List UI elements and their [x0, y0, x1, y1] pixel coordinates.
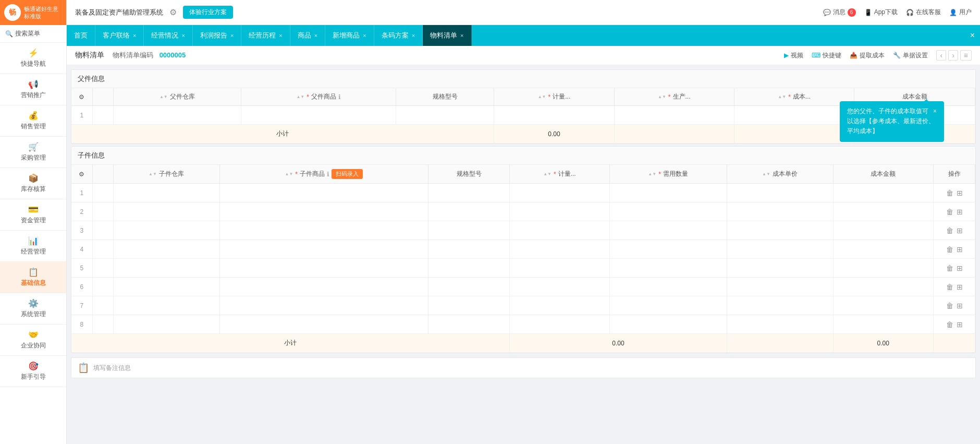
parent-col-warehouse: ▲▼ 父件仓库 [113, 88, 241, 106]
tab-new-goods[interactable]: 新增商品 × [325, 25, 374, 46]
shortcut-action[interactable]: ⌨ 快捷键 [812, 51, 841, 60]
tab-goods[interactable]: 商品 × [290, 25, 325, 46]
scan-button[interactable]: 扫码录入 [332, 169, 363, 179]
delete-icon-2[interactable]: 🗑 [946, 208, 953, 216]
delete-icon-5[interactable]: 🗑 [946, 264, 953, 272]
tab-customer[interactable]: 客户联络 × [95, 25, 144, 46]
tab-bom[interactable]: 物料清单 × [423, 25, 471, 46]
tab-close-ops-history[interactable]: × [279, 32, 282, 39]
tab-close-barcode[interactable]: × [412, 32, 415, 39]
child-row-2-product[interactable] [219, 202, 428, 221]
child-row-1-unit[interactable] [510, 184, 609, 202]
copy-icon-2[interactable]: ⊞ [957, 208, 963, 216]
child-row-1-spec[interactable] [428, 184, 510, 202]
tooltip-close-btn[interactable]: × [933, 106, 937, 116]
tab-barcode[interactable]: 条码方案 × [374, 25, 423, 46]
delete-icon-8[interactable]: 🗑 [946, 320, 953, 329]
child-row-1-cost-price[interactable] [727, 184, 833, 202]
copy-icon-8[interactable]: ⊞ [957, 320, 963, 329]
copy-icon-1[interactable]: ⊞ [957, 189, 963, 197]
parent-col-gear[interactable]: ⚙ [71, 88, 92, 106]
tab-close-profit[interactable]: × [230, 32, 234, 39]
sidebar-item-marketing[interactable]: 📢 营销推广 [0, 74, 66, 105]
parent-row-1-sort [92, 106, 113, 125]
tab-close-customer[interactable]: × [133, 32, 136, 39]
child-row-2-warehouse[interactable] [113, 202, 219, 221]
child-subtotal-amount: 0.00 [833, 334, 933, 353]
child-row-1-quantity[interactable] [609, 184, 727, 202]
sidebar-item-cooperation[interactable]: 🤝 企业协同 [0, 325, 66, 356]
sidebar-item-sales[interactable]: 💰 销售管理 [0, 105, 66, 137]
tab-close-goods[interactable]: × [314, 32, 317, 39]
user-menu[interactable]: 👤 用户 [949, 8, 972, 17]
tab-close-bom[interactable]: × [460, 32, 463, 39]
prev-arrow[interactable]: ‹ [936, 50, 946, 61]
footer-notes[interactable]: 📋 填写备注信息 [71, 357, 976, 378]
sidebar-item-system[interactable]: ⚙️ 系统管理 [0, 293, 66, 325]
message-button[interactable]: 💬 消息 6 [823, 8, 856, 17]
child-row-1-product[interactable] [219, 184, 428, 202]
parent-row-1-cost[interactable] [734, 106, 854, 125]
copy-icon-7[interactable]: ⊞ [957, 302, 963, 310]
online-support-button[interactable]: 🎧 在线客服 [906, 8, 941, 17]
child-row-2-spec[interactable] [428, 202, 510, 221]
search-menu[interactable]: 🔍 搜索菜单 [0, 25, 66, 43]
parent-col-sort [92, 88, 113, 106]
sidebar-item-inventory[interactable]: 📦 库存核算 [0, 168, 66, 199]
view-action[interactable]: ▶ 视频 [784, 51, 803, 60]
search-icon: 🔍 [5, 30, 13, 38]
invoice-settings-action[interactable]: 🔧 单据设置 [893, 51, 928, 60]
trial-button[interactable]: 体验行业方案 [183, 6, 233, 19]
sidebar-item-guide[interactable]: 🎯 新手引导 [0, 356, 66, 387]
sidebar-item-purchase[interactable]: 🛒 采购管理 [0, 137, 66, 168]
delete-icon-6[interactable]: 🗑 [946, 283, 953, 291]
guide-icon: 🎯 [28, 361, 39, 371]
parent-row-1-product[interactable] [241, 106, 396, 125]
tab-home[interactable]: 首页 [67, 25, 95, 46]
parent-row-1-unit[interactable] [494, 106, 614, 125]
tab-ops-status[interactable]: 经营情况 × [144, 25, 192, 46]
cooperation-icon: 🤝 [28, 330, 39, 340]
tab-close-all[interactable]: × [965, 31, 980, 40]
copy-icon-4[interactable]: ⊞ [957, 245, 963, 254]
tab-ops-history[interactable]: 经营历程 × [241, 25, 290, 46]
delete-icon-3[interactable]: 🗑 [946, 226, 953, 235]
sidebar-item-basic-info[interactable]: 📋 基础信息 [0, 262, 66, 293]
gear-button[interactable]: ⚙ [169, 7, 177, 17]
child-row-2-quantity[interactable] [609, 202, 727, 221]
tab-close-new-goods[interactable]: × [363, 32, 366, 39]
child-row-2-unit[interactable] [510, 202, 609, 221]
nav-arrows: ‹ › ≡ [936, 50, 972, 61]
sidebar-item-operations[interactable]: 📊 经营管理 [0, 231, 66, 262]
child-row-2-cost-price[interactable] [727, 202, 833, 221]
parent-col-unit: ▲▼ * 计量... [494, 88, 614, 106]
copy-icon-5[interactable]: ⊞ [957, 264, 963, 272]
copy-icon-3[interactable]: ⊞ [957, 226, 963, 235]
delete-icon-4[interactable]: 🗑 [946, 245, 953, 254]
tab-profit[interactable]: 利润报告 × [193, 25, 241, 46]
child-row-1-warehouse[interactable] [113, 184, 219, 202]
tab-close-ops-status[interactable]: × [181, 32, 185, 39]
notes-icon: 📋 [78, 362, 89, 374]
delete-icon-7[interactable]: 🗑 [946, 302, 953, 310]
app-download-button[interactable]: 📱 App下载 [864, 8, 898, 17]
sidebar: 畅 畅通诸好生意 标准版 🔍 搜索菜单 ⚡ 快捷导航 📢 营销推广 💰 销售管理… [0, 0, 67, 444]
parent-row-1-production[interactable] [614, 106, 734, 125]
sidebar-item-quick-nav[interactable]: ⚡ 快捷导航 [0, 43, 66, 74]
menu-arrow[interactable]: ≡ [960, 50, 972, 61]
next-arrow[interactable]: › [948, 50, 958, 61]
child-col-cost-amount: 成本金额 [833, 165, 933, 184]
child-col-gear[interactable]: ⚙ [71, 165, 92, 184]
child-row-7: 7 🗑 ⊞ [71, 296, 975, 315]
child-table: ⚙ ▲▼ 子件仓库 ▲▼ * [71, 165, 975, 353]
sales-icon: 💰 [28, 111, 39, 121]
copy-icon-6[interactable]: ⊞ [957, 283, 963, 291]
parent-col-product: ▲▼ * 父件商品 ℹ [241, 88, 396, 106]
parent-row-1-spec[interactable] [396, 106, 494, 125]
extract-cost-action[interactable]: 📤 提取成本 [850, 51, 885, 60]
child-row-5: 5 🗑 ⊞ [71, 259, 975, 278]
child-row-4: 4 🗑 ⊞ [71, 240, 975, 259]
sidebar-item-finance[interactable]: 💳 资金管理 [0, 199, 66, 231]
delete-icon-1[interactable]: 🗑 [946, 189, 953, 197]
parent-row-1-warehouse[interactable] [113, 106, 241, 125]
